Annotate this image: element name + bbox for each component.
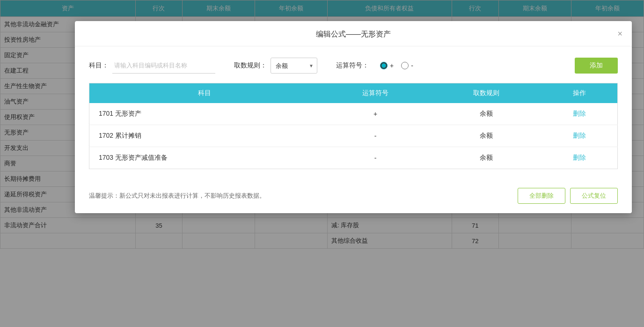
table-header-operator: 运算符号 (320, 83, 431, 104)
operator-group: 运算符号： + - (336, 61, 413, 70)
subject-cell: 1701 无形资产 (89, 103, 320, 125)
table-header-row: 科目 运算符号 取数规则 操作 (89, 83, 618, 104)
operator-cell: + (320, 103, 431, 125)
edit-formula-modal: 编辑公式——无形资产 × 科目： 取数规则： 余额 借方 贷方 借方发生额 贷方… (75, 21, 632, 213)
rule-section: 取数规则： 余额 借方 贷方 借方发生额 贷方发生额 ▼ (234, 58, 317, 74)
table-row: 1701 无形资产+余额删除 (89, 103, 618, 125)
rule-label: 取数规则： (234, 61, 267, 70)
modal-title: 编辑公式——无形资产 (316, 30, 391, 39)
modal-header: 编辑公式——无形资产 × (75, 21, 632, 46)
subject-label: 科目： (89, 61, 109, 70)
table-row: 1703 无形资产减值准备-余额删除 (89, 147, 618, 169)
rule-select-wrapper: 余额 借方 贷方 借方发生额 贷方发生额 ▼ (271, 58, 317, 74)
table-row: 1702 累计摊销-余额删除 (89, 125, 618, 147)
formula-table: 科目 运算符号 取数规则 操作 1701 无形资产+余额删除1702 累计摊销-… (89, 83, 618, 169)
footer-buttons: 全部删除 公式复位 (518, 188, 618, 204)
tip-text: 温馨提示：新公式只对未出报表进行计算，不影响历史报表数据。 (89, 192, 265, 200)
subject-cell: 1702 累计摊销 (89, 125, 320, 147)
modal-body: 科目： 取数规则： 余额 借方 贷方 借方发生额 贷方发生额 ▼ 运算符号： (75, 46, 632, 180)
operator-plus-text: + (390, 62, 394, 69)
operator-plus-label[interactable]: + (380, 62, 394, 69)
delete-link[interactable]: 删除 (573, 110, 586, 117)
action-cell: 删除 (542, 147, 618, 169)
table-header-subject: 科目 (89, 83, 320, 104)
subject-cell: 1703 无形资产减值准备 (89, 147, 320, 169)
delete-link[interactable]: 删除 (573, 132, 586, 139)
operator-minus-label[interactable]: - (401, 62, 413, 69)
operator-plus-radio[interactable] (380, 62, 388, 69)
rule-cell: 余额 (431, 125, 542, 147)
formula-form-row: 科目： 取数规则： 余额 借方 贷方 借方发生额 贷方发生额 ▼ 运算符号： (89, 58, 618, 74)
rule-cell: 余额 (431, 103, 542, 125)
table-header-rule: 取数规则 (431, 83, 542, 104)
reset-formula-button[interactable]: 公式复位 (570, 188, 618, 204)
operator-minus-radio[interactable] (401, 62, 409, 69)
subject-input[interactable] (112, 58, 215, 74)
action-cell: 删除 (542, 125, 618, 147)
operator-cell: - (320, 147, 431, 169)
rule-select[interactable]: 余额 借方 贷方 借方发生额 贷方发生额 (271, 58, 317, 74)
delete-link[interactable]: 删除 (573, 154, 586, 161)
table-header-action: 操作 (542, 83, 618, 104)
delete-all-button[interactable]: 全部删除 (518, 188, 565, 204)
modal-footer: 温馨提示：新公式只对未出报表进行计算，不影响历史报表数据。 全部删除 公式复位 (75, 180, 632, 213)
operator-minus-text: - (411, 62, 413, 69)
rule-cell: 余额 (431, 147, 542, 169)
action-cell: 删除 (542, 103, 618, 125)
operator-cell: - (320, 125, 431, 147)
modal-close-button[interactable]: × (617, 30, 622, 38)
operator-label: 运算符号： (336, 61, 369, 70)
add-button[interactable]: 添加 (575, 58, 618, 74)
